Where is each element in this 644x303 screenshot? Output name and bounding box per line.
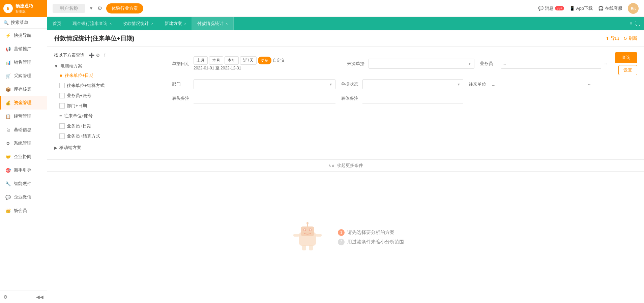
sidebar-item-label: 销售管理 (14, 59, 31, 65)
system-icon: ⚙ (5, 140, 11, 146)
scheme-item-4-label: 往来单位+账号 (64, 113, 93, 119)
scheme-item-5[interactable]: 业务员+日期 (54, 121, 161, 131)
date-btn-last-month[interactable]: 上月 (194, 56, 208, 65)
counterpart-actions: ··· (588, 82, 591, 87)
trial-button[interactable]: 体验行业方案 (106, 3, 143, 13)
mobile-scheme-header[interactable]: ▶ 移动端方案 (54, 143, 161, 152)
date-btn-this-month[interactable]: 本月 (209, 56, 223, 65)
header-note-input[interactable] (194, 93, 335, 103)
counterpart-field: 往来单位 ··· (469, 79, 591, 89)
date-btn-7days[interactable]: 近7天 (240, 56, 257, 65)
content-area: 付款情况统计(往来单位+日期) ⬆ 导出 ↻ 刷新 按以下方案查询 ➕ (47, 30, 644, 303)
counterpart-more-icon[interactable]: ··· (588, 82, 591, 87)
scheme-item-4[interactable]: ≡ 往来单位+账号 (54, 111, 161, 121)
scheme-item-0-icon: ● (59, 72, 63, 79)
sidebar-item-marketing[interactable]: 📢 营销推广 (0, 42, 47, 56)
salesman-label: 业务员 (480, 61, 499, 67)
settings-button[interactable]: 设置 (618, 65, 637, 75)
collapse-up-icon: ∧∧ (328, 163, 335, 168)
sidebar-item-guide[interactable]: 🎯 新手引导 (0, 163, 47, 177)
tab-payment-stats[interactable]: 付款情况统计 × (192, 17, 233, 30)
header-note-field: 表头备注 (172, 93, 335, 103)
empty-illustration (287, 220, 328, 254)
salesman-more-icon[interactable]: ··· (604, 61, 607, 66)
scheme-panel: 按以下方案查询 ➕ ⚙ 《 ▼ 电脑端方案 ● 往来单位+日期 (54, 52, 165, 154)
wechat-icon: 💬 (5, 194, 11, 200)
purchase-icon: 🛒 (5, 73, 11, 79)
tip-text-2: 用过滤条件来缩小分析范围 (347, 239, 404, 245)
salesman-input[interactable] (501, 59, 601, 69)
operations-icon: 📋 (5, 113, 11, 119)
app-download-item[interactable]: 📱 App下载 (569, 5, 593, 11)
mobile-scheme-label: 移动端方案 (59, 145, 81, 151)
counterpart-input[interactable] (490, 79, 585, 89)
sidebar-item-system[interactable]: ⚙ 系统管理 (0, 137, 47, 150)
sidebar-item-purchase[interactable]: 🛒 采购管理 (0, 69, 47, 83)
sidebar-item-operations[interactable]: 📋 经营管理 (0, 110, 47, 123)
query-button[interactable]: 查询 (615, 52, 637, 63)
sidebar-item-wechat[interactable]: 💬 企业微信 (0, 190, 47, 204)
sidebar-item-sales[interactable]: 📊 销售管理 (0, 56, 47, 69)
date-btn-more[interactable]: 更多 (258, 57, 271, 64)
settings-scheme-icon[interactable]: ⚙ (96, 53, 100, 58)
svg-point-5 (310, 229, 311, 231)
date-btn-this-year[interactable]: 本年 (225, 56, 239, 65)
collapse-bar: ∧∧ 收起更多条件 (47, 160, 644, 172)
online-service-item[interactable]: 🎧 在线客服 (598, 5, 622, 11)
quick-nav-icon: ⚡ (5, 32, 11, 38)
scheme-item-1[interactable]: 往来单位+结算方式 (54, 81, 161, 91)
messages-item[interactable]: 💬 消息 99+ (538, 5, 564, 11)
tab-home-label: 首页 (53, 21, 61, 27)
add-scheme-icon[interactable]: ➕ (89, 53, 94, 58)
doc-status-select[interactable]: ▼ (362, 79, 464, 89)
doc-status-field: 单据状态 ▼ (341, 79, 464, 89)
filter-row-1: 单据日期 上月 本月 本年 近7天 更多 自定义 2022-01-01 至 20… (172, 52, 637, 75)
sidebar-item-inventory[interactable]: 📦 库存核算 (0, 83, 47, 96)
scheme-item-2[interactable]: 业务员+账号 (54, 91, 161, 101)
sidebar-item-hardware[interactable]: 🔧 智能硬件 (0, 177, 47, 190)
tab-payment-stats-close[interactable]: × (226, 22, 228, 26)
tab-bank-flow[interactable]: 现金银行流水查询 × (67, 17, 117, 30)
source-select[interactable]: ▼ (369, 59, 474, 69)
scheme-item-3[interactable]: 部门+日期 (54, 101, 161, 111)
tab-bank-flow-close[interactable]: × (110, 22, 112, 26)
empty-state: 1 请先选择要分析的方案 2 用过滤条件来缩小分析范围 (47, 172, 644, 303)
scheme-item-5-label: 业务员+日期 (67, 123, 91, 129)
tab-new-scheme-close[interactable]: × (184, 22, 186, 26)
tab-maximize-icon[interactable]: ⛶ (635, 21, 641, 27)
tab-receivable-close[interactable]: × (151, 22, 153, 26)
tab-close-all-icon[interactable]: × (630, 21, 633, 27)
sidebar-item-basic-info[interactable]: 🗂 基础信息 (0, 123, 47, 137)
body-note-input[interactable] (362, 93, 464, 103)
collapse-bar-button[interactable]: ∧∧ 收起更多条件 (328, 162, 363, 169)
brand-dropdown-icon[interactable]: ▼ (89, 6, 93, 11)
brand-name: 用户名称 (53, 4, 85, 13)
user-avatar[interactable]: Rit (628, 3, 639, 14)
tab-receivable[interactable]: 收款情况统计 × (117, 17, 159, 30)
inventory-icon: 📦 (5, 86, 11, 92)
collapse-scheme-icon[interactable]: 《 (101, 53, 106, 58)
tab-home[interactable]: 首页 (47, 17, 67, 30)
sidebar-item-quick-nav[interactable]: ⚡ 快捷导航 (0, 29, 47, 42)
sidebar-footer: ⚙ ◀◀ (0, 291, 47, 303)
sidebar-item-cooperation[interactable]: 🤝 企业协同 (0, 150, 47, 163)
scheme-item-6[interactable]: 业务员+结算方式 (54, 131, 161, 141)
footer-settings-icon[interactable]: ⚙ (3, 294, 8, 300)
scheme-item-0-label: 往来单位+日期 (65, 72, 94, 79)
refresh-button[interactable]: ↻ 刷新 (623, 35, 637, 41)
sidebar-item-membership[interactable]: 👑 畅会员 (0, 204, 47, 217)
scheme-item-0[interactable]: ● 往来单位+日期 (54, 70, 161, 81)
service-label: 在线客服 (605, 5, 622, 11)
filter-row-3: 表头备注 表体备注 (172, 93, 637, 103)
search-menu[interactable]: 🔍 搜索菜单 (0, 17, 47, 29)
dept-select[interactable]: ▼ (194, 79, 335, 89)
export-button[interactable]: ⬆ 导出 (606, 35, 619, 41)
footer-collapse-icon[interactable]: ◀◀ (36, 294, 43, 300)
svg-point-7 (306, 222, 309, 224)
tab-new-scheme[interactable]: 新建方案 × (159, 17, 192, 30)
scheme-item-5-icon (59, 123, 65, 129)
desktop-scheme-header[interactable]: ▼ 电脑端方案 (54, 62, 161, 70)
filter-row-2: 部门 ▼ 单据状态 ▼ 往来单位 (172, 79, 637, 89)
sidebar-item-capital[interactable]: 💰 资金管理 (0, 96, 47, 110)
settings-gear-icon[interactable]: ⚙ (97, 5, 102, 11)
